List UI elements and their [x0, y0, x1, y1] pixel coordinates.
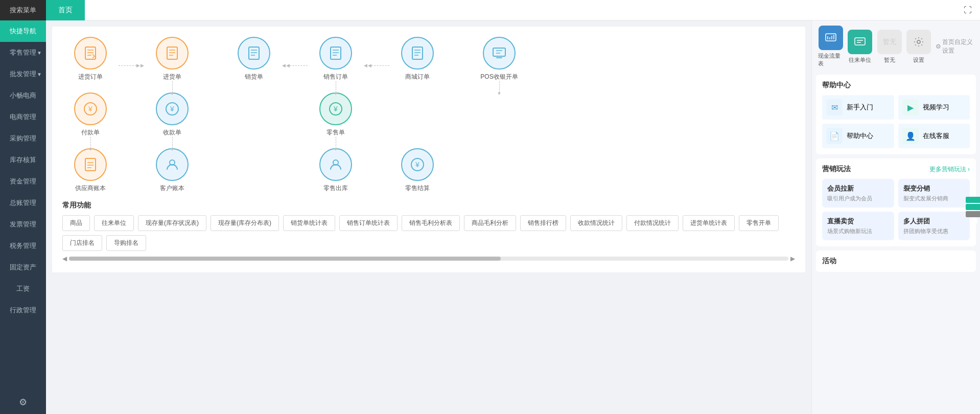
- flow-node-purchase-order[interactable]: 进货订单: [62, 37, 119, 81]
- flow-node-sales-order[interactable]: 销售订单: [308, 37, 364, 81]
- flow-node-sales[interactable]: 销货单: [226, 37, 282, 81]
- flow-node-pos[interactable]: POS收银开单: [471, 37, 527, 81]
- func-btn-receipt-stat[interactable]: 收款情况统计: [570, 215, 622, 231]
- scroll-right-arrow[interactable]: ▶: [790, 255, 795, 262]
- sidebar-item-finance[interactable]: 资金管理: [0, 171, 46, 192]
- flow-node-retail-order[interactable]: ¥ 零售单: [308, 93, 364, 137]
- flow-diagram: 进货订单 ▶ 进货单: [62, 37, 795, 193]
- help-item-service[interactable]: 👤 在线客服: [898, 124, 970, 148]
- func-btn-guide-rank[interactable]: 导购排名: [106, 235, 146, 251]
- right-icon-partners[interactable]: 往来单位: [848, 30, 873, 64]
- fullscreen-icon[interactable]: ⛶: [964, 6, 972, 15]
- func-btn-stock-status[interactable]: 现存量(库存状况表): [138, 215, 206, 231]
- help-item-video[interactable]: ▶ 视频学习: [898, 95, 970, 120]
- sales-icon: [238, 37, 270, 70]
- sidebar-item-payroll[interactable]: 工资: [0, 278, 46, 300]
- sidebar-item-tax[interactable]: 税务管理: [0, 235, 46, 257]
- settings-right-icon: [906, 30, 931, 54]
- customize-text: 首页自定义设置: [942, 38, 974, 55]
- flow-node-retail-out[interactable]: 零售出库: [308, 148, 364, 193]
- func-btn-store-rank[interactable]: 门店排名: [62, 235, 102, 251]
- marketing-item-fission[interactable]: 裂变分销 裂变式发展分销商: [898, 179, 970, 208]
- func-btn-sales-order-stat[interactable]: 销售订单统计表: [339, 215, 398, 231]
- sidebar-item-inventory[interactable]: 库存核算: [0, 149, 46, 171]
- func-btn-partners[interactable]: 往来单位: [94, 215, 134, 231]
- right-icon-cashflow[interactable]: 现金流量表: [818, 26, 844, 67]
- float-btn-community[interactable]: 服务社区: [966, 204, 980, 210]
- help-grid: ✉ 新手入门 ▶ 视频学习 📄 帮助中心 👤 在线客服: [822, 95, 970, 148]
- pos-label: POS收银开单: [480, 73, 518, 81]
- func-btn-sales-rank[interactable]: 销售排行榜: [520, 215, 566, 231]
- func-btn-sales-profit[interactable]: 销售毛利分析表: [402, 215, 460, 231]
- more-marketing-link[interactable]: 更多营销玩法 ›: [929, 165, 970, 174]
- marketing-item-live[interactable]: 直播卖货 场景式购物新玩法: [822, 212, 894, 240]
- home-tab[interactable]: 首页: [46, 0, 85, 20]
- purchase-label: 进货单: [163, 73, 181, 81]
- svg-text:¥: ¥: [415, 160, 419, 169]
- sidebar-item-purchase[interactable]: 采购管理: [0, 128, 46, 149]
- arrow-3: ◀: [364, 63, 389, 81]
- top-bar: 搜索菜单 首页 ⛶: [0, 0, 980, 20]
- sidebar-item-ecom[interactable]: 小畅电商: [0, 85, 46, 106]
- float-btn-service[interactable]: 客服热线: [966, 197, 980, 203]
- payment-label: 付款单: [81, 128, 100, 137]
- service-icon: 👤: [902, 128, 919, 144]
- svg-text:¥: ¥: [88, 105, 92, 113]
- help-item-beginner[interactable]: ✉ 新手入门: [822, 95, 894, 120]
- sidebar-item-ledger[interactable]: 总账管理: [0, 192, 46, 214]
- sidebar-item-label: 采购管理: [10, 134, 36, 143]
- func-btn-goods[interactable]: 商品: [62, 215, 90, 231]
- supplier-book-icon: [74, 148, 107, 181]
- retail-out-label: 零售出库: [323, 184, 348, 193]
- flow-node-customer-book[interactable]: 客户账本: [144, 148, 200, 193]
- func-btn-sales-stat[interactable]: 销货单统计表: [283, 215, 335, 231]
- retail-out-icon: [319, 148, 352, 181]
- scroll-left-arrow[interactable]: ◀: [62, 255, 67, 262]
- settings-icon[interactable]: ⚙: [19, 397, 27, 408]
- marketing-grid: 会员拉新 吸引用户成为会员 裂变分销 裂变式发展分销商 直播卖货 场景式购物新玩…: [822, 179, 970, 240]
- svg-text:¥: ¥: [333, 105, 338, 113]
- marketing-header: 营销玩法 更多营销玩法 ›: [822, 165, 970, 174]
- func-btn-goods-profit[interactable]: 商品毛利分析: [464, 215, 516, 231]
- right-icon-settings[interactable]: 设置: [906, 30, 932, 64]
- flow-node-receipt[interactable]: ¥ 收款单: [144, 93, 200, 137]
- scroll-thumb: [69, 257, 501, 261]
- scroll-track[interactable]: [69, 257, 788, 261]
- svg-rect-43: [855, 38, 865, 45]
- video-icon: ▶: [902, 99, 919, 116]
- common-functions-title: 常用功能: [62, 201, 795, 210]
- sidebar-item-admin[interactable]: 行政管理: [0, 300, 46, 321]
- marketing-live-title: 直播卖货: [827, 217, 889, 226]
- marketing-item-group[interactable]: 多人拼团 拼团购物享受优惠: [898, 212, 970, 240]
- flow-node-purchase[interactable]: 进货单: [144, 37, 200, 81]
- sidebar-item-retail[interactable]: 零售管理 ▼: [0, 42, 46, 63]
- flow-node-payment[interactable]: ¥ 付款单: [62, 93, 119, 137]
- flow-node-mall-order[interactable]: 商城订单: [389, 37, 446, 81]
- flow-node-retail-settle[interactable]: ¥ 零售结算: [389, 148, 446, 193]
- customize-link[interactable]: ⚙ 首页自定义设置: [936, 38, 974, 55]
- float-btn-desktop[interactable]: 桌面快捷: [966, 211, 980, 217]
- sales-label: 销货单: [245, 73, 263, 81]
- marketing-member-title: 会员拉新: [827, 184, 889, 193]
- sidebar-item-quicknav[interactable]: 快捷导航: [0, 20, 46, 42]
- marketing-item-member[interactable]: 会员拉新 吸引用户成为会员: [822, 179, 894, 208]
- func-btn-purchase-stat[interactable]: 进货单统计表: [683, 215, 735, 231]
- search-menu-button[interactable]: 搜索菜单: [0, 0, 46, 20]
- sidebar-item-invoice[interactable]: 发票管理: [0, 214, 46, 235]
- sidebar-item-label: 行政管理: [10, 306, 36, 315]
- marketing-fission-desc: 裂变式发展分销商: [903, 195, 965, 202]
- svg-rect-4: [167, 47, 177, 59]
- common-functions: 常用功能 商品 往来单位 现存量(库存状况表) 现存量(库存分布表) 销货单统计…: [62, 201, 795, 251]
- sidebar-item-ecom-mgmt[interactable]: 电商管理: [0, 106, 46, 128]
- sidebar-item-assets[interactable]: 固定资产: [0, 257, 46, 278]
- receipt-icon: ¥: [156, 93, 189, 125]
- func-btn-retail-order[interactable]: 零售开单: [739, 215, 779, 231]
- sidebar: 快捷导航 零售管理 ▼ 批发管理 ▼ 小畅电商 电商管理 采购管理 库存核算 资…: [0, 20, 46, 414]
- flow-node-supplier-book[interactable]: 供应商账本: [62, 148, 119, 193]
- help-item-helpcenter[interactable]: 📄 帮助中心: [822, 124, 894, 148]
- func-btn-stock-dist[interactable]: 现存量(库存分布表): [211, 215, 279, 231]
- svg-text:¥: ¥: [170, 105, 174, 113]
- sidebar-item-wholesale[interactable]: 批发管理 ▼: [0, 63, 46, 85]
- activity-section: 活动: [816, 250, 976, 272]
- func-btn-payment-stat[interactable]: 付款情况统计: [626, 215, 679, 231]
